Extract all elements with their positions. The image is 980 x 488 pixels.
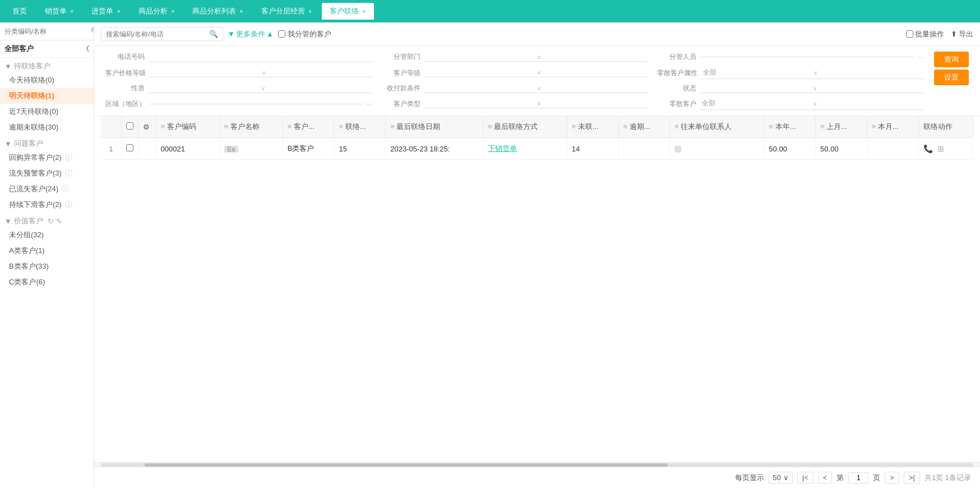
my-customers-filter[interactable]: 我分管的客户: [278, 29, 331, 39]
search-icon[interactable]: 🔍: [209, 30, 218, 38]
settings-button[interactable]: 设置: [934, 70, 969, 85]
filter-dept-select[interactable]: ∨: [424, 53, 648, 62]
cell-last-contact-date: 2023-05-23 18:25:: [386, 138, 483, 160]
filter-customer-type: 客户类型 ∨: [377, 98, 653, 110]
nav-sales-order[interactable]: 销货单 ×: [37, 3, 81, 20]
toolbar-right-actions: 批量操作 ⬆ 导出: [906, 29, 973, 39]
sidebar-item-7day-contact[interactable]: 近7天待联络(0): [0, 104, 94, 119]
grid-icon[interactable]: ⊞: [937, 144, 944, 153]
sidebar-item-abnormal-purchase[interactable]: 回购异常客户(2) ⓘ: [0, 150, 94, 165]
refresh-icon[interactable]: ↻: [48, 217, 54, 225]
toolbar-search-input[interactable]: [106, 30, 207, 38]
filter-status-select[interactable]: ∨: [700, 84, 923, 93]
my-customers-checkbox[interactable]: [278, 30, 285, 38]
cell-contact-count: 15: [334, 138, 386, 160]
select-all-checkbox[interactable]: [126, 122, 133, 130]
filter-payment-select[interactable]: ∨: [424, 84, 648, 93]
filter-phone-input[interactable]: [148, 52, 372, 62]
col-checkbox: [121, 116, 138, 138]
nav-product-analysis[interactable]: 商品分析 ×: [131, 3, 182, 20]
sort-icon: ≡: [674, 122, 679, 131]
prev-page-button[interactable]: <: [818, 472, 833, 484]
last-contact-method-link[interactable]: 下销货单: [488, 144, 517, 153]
info-icon: ⓘ: [62, 185, 69, 193]
close-icon[interactable]: ×: [308, 8, 312, 15]
chevron-down-icon: ∨: [262, 70, 370, 76]
scrollbar-track: [101, 463, 973, 467]
col-last-contact-date: ≡ 最后联络日期: [386, 116, 483, 138]
scrollbar-thumb[interactable]: [145, 463, 668, 467]
cell-overdue: [618, 138, 670, 160]
chevron-down-icon: ∨: [537, 54, 646, 60]
sidebar-item-class-a[interactable]: A类客户(1): [0, 243, 94, 259]
close-icon[interactable]: ×: [117, 8, 120, 15]
close-icon[interactable]: ×: [171, 8, 174, 15]
filter-area: 电话号码 分管部门 ∨ 分管人员: [94, 46, 980, 116]
sort-icon: ≡: [390, 122, 395, 131]
sidebar-all-customers[interactable]: 全部客户 《: [0, 40, 94, 58]
col-contact-count: ≡ 联络...: [334, 116, 386, 138]
content-area: 🔍 ▼ 更多条件 ▲ 我分管的客户 批量操作 ⬆ 导出: [94, 22, 980, 488]
query-button[interactable]: 查询: [934, 52, 969, 67]
page-label: 第: [836, 473, 844, 483]
edit-icon[interactable]: ✎: [56, 217, 62, 225]
close-icon[interactable]: ×: [362, 8, 366, 15]
sidebar-item-class-c[interactable]: C类客户(6): [0, 274, 94, 290]
export-button[interactable]: ⬆ 导出: [951, 29, 973, 39]
filter-customer-level-select[interactable]: ∨: [424, 68, 648, 77]
cell-last-month: 50.00: [816, 138, 867, 160]
first-page-button[interactable]: |<: [797, 472, 813, 484]
close-icon[interactable]: ×: [70, 8, 73, 15]
nav-product-analysis-list[interactable]: 商品分析列表 ×: [184, 3, 251, 20]
col-gear[interactable]: ⚙: [138, 116, 156, 138]
filter-region-more[interactable]: ···: [366, 100, 372, 108]
sidebar-group-pending[interactable]: ▼ 待联络客户: [0, 58, 94, 72]
sidebar-item-overdue-contact[interactable]: 逾期未联络(30): [0, 119, 94, 135]
nav-customer-contact[interactable]: 客户联络 ×: [322, 3, 373, 20]
filter-nature-select[interactable]: ∨: [148, 84, 372, 93]
data-table-wrapper: ⚙ ≡ 客户编码 ≡ 客户名称 ≡ 客户...: [94, 116, 980, 462]
sidebar-item-today-contact[interactable]: 今天待联络(0): [0, 72, 94, 88]
sidebar-search-input[interactable]: [4, 27, 89, 35]
last-page-button[interactable]: >|: [904, 472, 920, 484]
per-page-label: 每页显示: [735, 473, 764, 483]
row-checkbox[interactable]: [126, 144, 133, 151]
nav-purchase-order[interactable]: 进货单 ×: [84, 3, 128, 20]
sidebar-item-declining[interactable]: 持续下滑客户(2) ⓘ: [0, 197, 94, 213]
nav-home[interactable]: 首页: [4, 3, 35, 20]
horizontal-scrollbar[interactable]: [94, 462, 980, 467]
cell-checkbox: [121, 138, 138, 160]
per-page-select[interactable]: 50 ∨: [769, 472, 792, 484]
next-page-button[interactable]: >: [885, 472, 899, 484]
cell-customer-type: B类客户: [283, 138, 334, 160]
filter-customer-type-select[interactable]: ∨: [424, 99, 648, 108]
col-action: 联络动作: [918, 116, 973, 138]
phone-icon[interactable]: 📞: [923, 144, 933, 153]
filter-retail-customer-select[interactable]: 全部 ∨: [700, 98, 923, 110]
sidebar-item-churn-warning[interactable]: 流失预警客户(3) ⓘ: [0, 165, 94, 181]
filter-customer-level: 客户等级 ∨: [377, 67, 653, 79]
sidebar-group-value[interactable]: ▼ 价值客户 ↻ ✎: [0, 213, 94, 227]
batch-op-checkbox[interactable]: [906, 30, 913, 38]
filter-price-level-select[interactable]: ∨: [149, 68, 372, 77]
more-conditions-toggle[interactable]: ▼ 更多条件 ▲: [228, 29, 274, 39]
cell-this-year: 50.00: [764, 138, 816, 160]
sort-icon: ≡: [769, 122, 773, 131]
sidebar-group-problem[interactable]: ▼ 问题客户: [0, 135, 94, 150]
pagination-bar: 每页显示 50 ∨ |< < 第 页 > >| 共1页 1条记录: [94, 467, 980, 488]
nav-customer-tier[interactable]: 客户分层经营 ×: [253, 3, 320, 20]
page-number-input[interactable]: [848, 472, 868, 484]
filter-nature: 性质 ∨: [101, 84, 377, 93]
close-icon[interactable]: ×: [239, 8, 243, 15]
filter-manager-more[interactable]: ···: [918, 53, 923, 61]
sidebar-item-class-b[interactable]: B类客户(33): [0, 259, 94, 274]
col-contact-person: ≡ 往来单位联系人: [670, 116, 764, 138]
batch-operation-button[interactable]: 批量操作: [906, 29, 944, 39]
sidebar-item-tomorrow-contact[interactable]: 明天待联络(1): [0, 88, 94, 104]
sort-icon: ≡: [572, 122, 576, 131]
filter-retail-attr-select[interactable]: 全部 ∨: [701, 67, 923, 79]
sidebar-item-churned[interactable]: 已流失客户(24) ⓘ: [0, 181, 94, 197]
filter-manager: 分管人员 ···: [653, 52, 928, 62]
filter-retail-attr: 零散客户属性 全部 ∨: [653, 67, 928, 79]
sidebar-item-unclassified[interactable]: 未分组(32): [0, 227, 94, 243]
